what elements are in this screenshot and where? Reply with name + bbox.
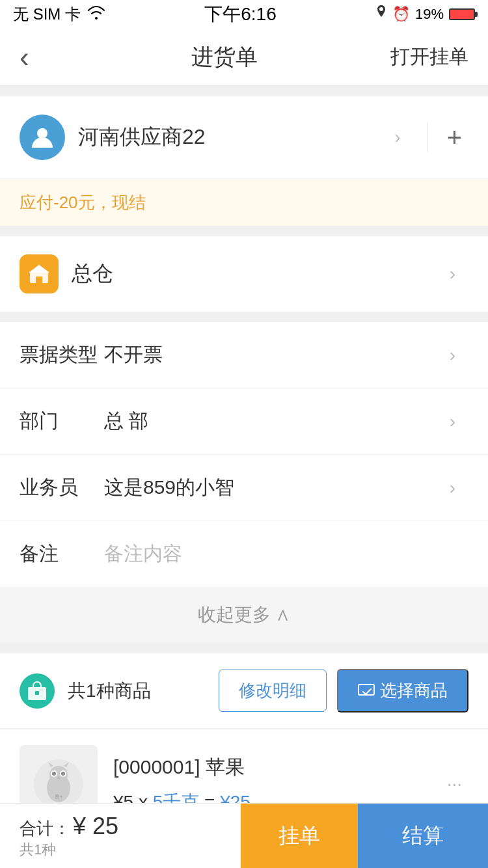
goods-count: 共1种商品 xyxy=(68,679,219,703)
total-label: 合计： xyxy=(20,817,70,840)
status-left: 无 SIM 卡 xyxy=(13,4,105,25)
back-button[interactable]: ‹ xyxy=(20,41,59,74)
warehouse-section: 总仓 › xyxy=(0,236,488,312)
status-right: ⏰ 19% xyxy=(375,5,475,23)
divider xyxy=(427,123,427,152)
add-supplier-button[interactable]: + xyxy=(441,123,468,152)
footer-total: 合计： ¥ 25 共1种 xyxy=(0,804,241,868)
collapse-button[interactable]: 收起更多 ∧ xyxy=(0,587,488,643)
select-goods-button[interactable]: 选择商品 xyxy=(337,669,468,712)
warehouse-icon xyxy=(20,254,59,293)
page-title: 进货单 xyxy=(191,42,258,72)
goods-icon xyxy=(20,673,55,709)
remark-row[interactable]: 备注 备注内容 xyxy=(0,521,488,587)
wifi-icon xyxy=(87,5,105,23)
total-amount: ¥ 25 xyxy=(73,813,118,840)
svg-rect-3 xyxy=(36,277,42,283)
svg-point-0 xyxy=(37,128,47,139)
dept-chevron-icon: › xyxy=(450,411,455,432)
invoice-value: 不开票 xyxy=(104,342,450,368)
supplier-name: 河南供应商22 xyxy=(78,123,394,152)
edit-detail-button[interactable]: 修改明细 xyxy=(219,670,327,712)
select-goods-label: 选择商品 xyxy=(380,679,448,702)
supplier-row[interactable]: 河南供应商22 › + xyxy=(0,96,488,179)
product-more-button[interactable]: ··· xyxy=(441,767,468,801)
staff-value: 这是859的小智 xyxy=(104,474,450,501)
svg-point-13 xyxy=(61,772,65,776)
status-time: 下午6:16 xyxy=(204,2,277,27)
battery-pct: 19% xyxy=(415,6,444,23)
warehouse-chevron-icon: › xyxy=(450,264,455,284)
invoice-row[interactable]: 票据类型 不开票 › xyxy=(0,322,488,388)
invoice-label: 票据类型 xyxy=(20,342,104,368)
supplier-section: 河南供应商22 › + 应付-20元，现结 xyxy=(0,96,488,226)
svg-text:兽+: 兽+ xyxy=(55,794,63,800)
supplier-notice: 应付-20元，现结 xyxy=(0,180,488,226)
carrier-label: 无 SIM 卡 xyxy=(13,4,81,25)
invoice-chevron-icon: › xyxy=(450,345,455,366)
svg-marker-2 xyxy=(29,265,49,273)
checkout-button[interactable]: 结算 xyxy=(358,804,488,868)
alarm-icon: ⏰ xyxy=(392,6,410,23)
goods-header: 共1种商品 修改明细 选择商品 xyxy=(0,653,488,728)
svg-point-12 xyxy=(52,772,56,776)
status-bar: 无 SIM 卡 下午6:16 ⏰ 19% xyxy=(0,0,488,29)
warehouse-row[interactable]: 总仓 › xyxy=(0,236,488,312)
svg-rect-5 xyxy=(35,691,39,695)
footer-bar: 合计： ¥ 25 共1种 挂单 结算 xyxy=(0,803,488,868)
supplier-chevron-icon: › xyxy=(394,127,400,148)
dept-value: 总 部 xyxy=(104,408,450,435)
nav-bar: ‹ 进货单 打开挂单 xyxy=(0,29,488,86)
hang-button[interactable]: 挂单 xyxy=(241,804,358,868)
dept-label: 部门 xyxy=(20,408,104,435)
location-icon xyxy=(375,5,387,23)
total-sub: 共1种 xyxy=(20,840,221,860)
staff-chevron-icon: › xyxy=(450,478,455,498)
staff-label: 业务员 xyxy=(20,474,104,501)
remark-input[interactable]: 备注内容 xyxy=(104,541,468,567)
warehouse-name: 总仓 xyxy=(72,260,450,288)
staff-row[interactable]: 业务员 这是859的小智 › xyxy=(0,455,488,521)
product-name: [0000001] 苹果 xyxy=(113,754,441,781)
dept-row[interactable]: 部门 总 部 › xyxy=(0,388,488,455)
supplier-avatar xyxy=(20,115,65,160)
remark-label: 备注 xyxy=(20,541,104,567)
battery-icon xyxy=(449,8,475,20)
open-pending-button[interactable]: 打开挂单 xyxy=(390,44,468,70)
form-section: 票据类型 不开票 › 部门 总 部 › 业务员 这是859的小智 › 备注 备注… xyxy=(0,322,488,587)
